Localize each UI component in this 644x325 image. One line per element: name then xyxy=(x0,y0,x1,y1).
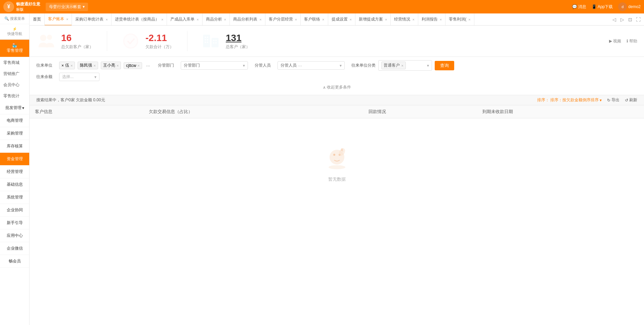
stat-info-clients: 131 总客户（家） xyxy=(226,33,250,50)
class-arrow-icon: ▾ xyxy=(427,63,429,68)
sidebar-item-wholesale[interactable]: 批发管理▾ xyxy=(0,102,29,114)
sidebar-item-enterprise[interactable]: 企业协同 xyxy=(0,204,29,217)
sidebar-item-retail-manage[interactable]: 🏪 零售管理 xyxy=(0,40,29,57)
app-subtitle: 标版 xyxy=(16,7,40,12)
sidebar-quick-nav[interactable]: ⚡ 快捷导航 xyxy=(0,24,29,40)
tab-goods-list[interactable]: 商品分析列表 × xyxy=(230,13,265,26)
refresh-btn[interactable]: ↺ 刷新 xyxy=(625,97,637,103)
message-icon: 💬 xyxy=(572,4,577,9)
help-btn[interactable]: ℹ 帮助 xyxy=(627,38,637,44)
export-btn[interactable]: ↻ 导出 xyxy=(607,97,619,103)
tab-close-retail-profit[interactable]: × xyxy=(468,17,470,22)
balance-select[interactable]: 选择... ▾ xyxy=(59,73,99,81)
tab-close-all-btn[interactable]: ⊡ xyxy=(627,16,634,23)
tab-close-goods[interactable]: × xyxy=(224,17,226,22)
sidebar-item-basic-info[interactable]: 基础信息 xyxy=(0,178,29,191)
filter-row-2: 往来余额 选择... ▾ xyxy=(36,73,637,81)
filter-tag-class-1[interactable]: 普通客户 × xyxy=(381,62,405,69)
tab-close-inbound[interactable]: × xyxy=(161,17,163,22)
tab-close-new-proposal[interactable]: × xyxy=(385,17,387,22)
filter-tag-unit-4[interactable]: cjttcw × xyxy=(124,62,142,69)
sidebar-item-ecommerce[interactable]: 电商管理 xyxy=(0,114,29,127)
tab-customer-book[interactable]: 客户账本 × xyxy=(45,13,72,26)
tab-proposal-settings[interactable]: 提成设置 × xyxy=(328,13,355,26)
svg-point-20 xyxy=(341,148,343,150)
clients-icon xyxy=(201,31,221,51)
workspace-selector[interactable]: 母婴行业演示帐套 ▾ xyxy=(46,3,88,11)
col-due-date: 到期未收款日期 xyxy=(477,105,644,118)
collapse-btn[interactable]: ∧ 收起更多条件 xyxy=(36,83,637,92)
remove-tag-unit-3[interactable]: × xyxy=(117,64,119,68)
tab-ops-overview[interactable]: 经营情况 × xyxy=(391,13,418,26)
stat-label-clients: 总客户（家） xyxy=(226,44,250,50)
unit-class-select[interactable]: 普通客户 × ▾ xyxy=(378,60,432,71)
tab-new-proposal[interactable]: 新增提成方案 × xyxy=(355,13,391,26)
results-actions: 排序： 排序：按欠款金额倒序排序 ▾ ↻ 导出 ↺ 刷新 xyxy=(537,97,637,103)
workspace-label: 母婴行业演示帐套 xyxy=(49,4,81,10)
help-icon: ℹ xyxy=(627,39,628,43)
sidebar-item-operations[interactable]: 经营管理 xyxy=(0,166,29,178)
sidebar-item-member-center[interactable]: 会员中心 xyxy=(0,79,29,91)
message-btn[interactable]: 💬 消息 xyxy=(572,4,586,10)
tab-profit-report[interactable]: 利润报告 × xyxy=(418,13,445,26)
tab-close-contact[interactable]: × xyxy=(322,17,324,22)
tab-customer-contact[interactable]: 客户联络 × xyxy=(301,13,328,26)
tab-close-ops[interactable]: × xyxy=(412,17,414,22)
sidebar-item-inventory[interactable]: 库存核算 xyxy=(0,140,29,153)
sidebar-item-finance[interactable]: 资金管理 xyxy=(0,153,29,166)
retail-icon: 🏪 xyxy=(12,43,17,48)
stat-info-customers: 16 总欠款客户（家） xyxy=(61,33,93,50)
user-menu[interactable]: d demo2 xyxy=(618,2,641,11)
svg-rect-6 xyxy=(207,37,208,38)
app-download-btn[interactable]: 📱 App下载 xyxy=(592,4,613,10)
tab-goods-analysis[interactable]: 商品分析 × xyxy=(203,13,230,26)
tab-close-segment[interactable]: × xyxy=(295,17,297,22)
filter-tag-unit-1[interactable]: × 伍 × xyxy=(59,62,75,69)
debt-icon xyxy=(121,31,141,51)
video-help-btn[interactable]: ▶ 视频 xyxy=(609,38,621,44)
sidebar-item-wechat[interactable]: 企业微信 xyxy=(0,242,29,255)
sidebar-item-new-guide[interactable]: 新手引导 xyxy=(0,217,29,229)
sidebar-item-retail-mall[interactable]: 零售商城 xyxy=(0,57,29,68)
sort-arrow-icon: ▾ xyxy=(600,98,602,103)
sidebar-search[interactable]: 🔍 搜索菜单 xyxy=(0,13,29,24)
sidebar-item-marketing[interactable]: 营销推广 xyxy=(0,68,29,79)
sidebar-item-system[interactable]: 系统管理 xyxy=(0,191,29,204)
stat-label-customers: 总欠款客户（家） xyxy=(61,44,93,50)
remove-tag-unit-4[interactable]: × xyxy=(137,64,139,68)
remove-tag-unit-2[interactable]: × xyxy=(93,64,95,68)
tab-close-goods-list[interactable]: × xyxy=(259,17,261,22)
tab-close-cost[interactable]: × xyxy=(197,17,199,22)
tab-home[interactable]: 首页 xyxy=(30,13,45,26)
tab-retail-profit[interactable]: 零售利润( × xyxy=(445,13,474,26)
tab-close-profit[interactable]: × xyxy=(440,17,442,22)
tab-close-customer-book[interactable]: × xyxy=(66,17,68,21)
tab-fullscreen-btn[interactable]: ⛶ xyxy=(635,16,642,23)
remove-class-tag[interactable]: × xyxy=(401,64,403,68)
sidebar-item-retail-stats[interactable]: 零售统计 xyxy=(0,91,29,102)
manager-select[interactable]: 分管人员 ··· ▾ xyxy=(277,61,345,70)
tab-close-proposal[interactable]: × xyxy=(350,17,352,22)
svg-point-17 xyxy=(333,154,335,156)
tab-next-btn[interactable]: ▷ xyxy=(618,16,626,23)
filter-tag-unit-3[interactable]: 王小亮 × xyxy=(101,62,121,69)
query-button[interactable]: 查询 xyxy=(435,61,454,70)
sidebar-item-purchase[interactable]: 采购管理 xyxy=(0,127,29,140)
sidebar-item-member[interactable]: 畅会员 xyxy=(0,255,29,268)
remove-tag-unit-1[interactable]: × xyxy=(71,64,73,68)
filter-row-1: 往来单位 × 伍 × 陈民强 × 王小亮 × cjtt xyxy=(36,60,637,71)
sidebar-item-app-center[interactable]: 应用中心 xyxy=(0,229,29,242)
more-tags-btn[interactable]: ··· xyxy=(145,62,152,69)
dept-select[interactable]: 分管部门 ▾ xyxy=(181,61,248,70)
tab-cost-inbound[interactable]: 产成品入库单 × xyxy=(167,13,202,26)
tab-purchase-order[interactable]: 采购订单统计表 × xyxy=(72,13,111,26)
tab-prev-btn[interactable]: ◁ xyxy=(610,16,618,23)
logo-icon: ¥ xyxy=(3,1,14,12)
tab-inbound-stats[interactable]: 进货单统计表（按商品） × xyxy=(112,13,167,26)
tab-customer-segment[interactable]: 客户分层经营 × xyxy=(265,13,301,26)
filter-tag-unit-2[interactable]: 陈民强 × xyxy=(78,62,98,69)
sort-select[interactable]: 排序： 排序：按欠款金额倒序排序 ▾ xyxy=(537,97,602,103)
svg-rect-4 xyxy=(212,38,219,47)
tab-close-purchase[interactable]: × xyxy=(105,17,108,22)
svg-rect-11 xyxy=(213,40,215,41)
